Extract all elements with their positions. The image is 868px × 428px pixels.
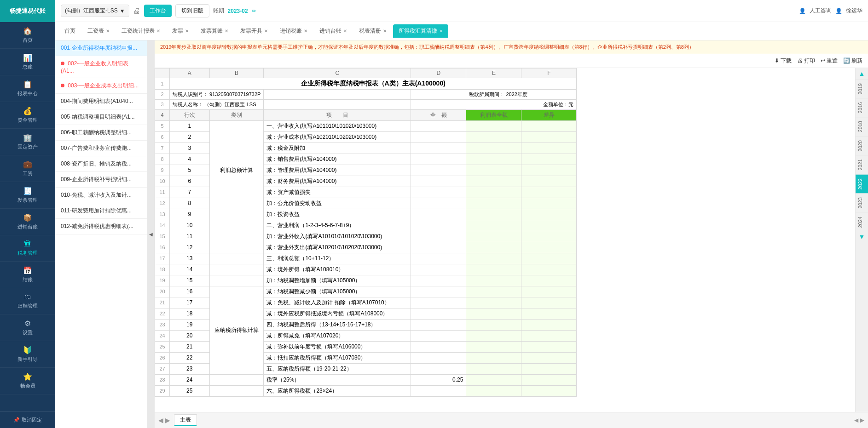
download-button[interactable]: ⬇ 下载 [775,57,792,65]
left-panel-item-009[interactable]: 009-企业所得税补亏损明细... [55,172,147,188]
profit-cell [466,165,521,176]
left-panel-item-002[interactable]: 002-一般企业收入明细表(A1... [55,56,147,78]
row-num: 17 [155,253,170,264]
sidebar-item-salary[interactable]: 💼 工资 [0,155,55,182]
sheet-toolbar: ⬇ 下载 🖨 打印 ↩ 重置 🔄 刷新 [155,54,868,68]
left-panel-item-003[interactable]: 003-一般企业成本支出明细... [55,78,147,94]
diff-cell [521,187,577,198]
sidebar-item-label: 报表中心 [17,90,38,97]
sidebar-item-label: 结账 [23,276,33,283]
tab-purchase-tax[interactable]: 进销税账 ✕ [274,24,313,38]
tab-close-icon[interactable]: ✕ [343,29,347,34]
year-item-2021[interactable]: 2021 [856,155,868,174]
left-panel-item-011[interactable]: 011-研发费用加计扣除优惠... [55,203,147,219]
unit-cell: 金额单位：元 [466,99,577,109]
switch-old-button[interactable]: 切到旧版 [175,4,209,17]
main-content: (勾删）江西服宝-LSS ▼ 🖨 工作台 切到旧版 账期 2023-02 ✏ 👤… [55,0,868,428]
year-item-2024[interactable]: 2024 [856,212,868,231]
sidebar-nav: 🏠 首页 📊 总账 📋 报表中心 💰 资金管理 🏢 固定资产 💼 工资 🧾 发票… [0,22,55,411]
profit-cell [466,131,521,143]
tab-salary[interactable]: 工资表 ✕ [82,24,115,38]
sidebar-item-settings[interactable]: ⚙ 设置 [0,314,55,341]
left-panel-item-007[interactable]: 007-广告费和业务宣传费跑... [55,141,147,156]
tab-tax-clearance[interactable]: 税表清册 ✕ [353,24,392,38]
sidebar-footer-unpin[interactable]: 📌 取消固定 [0,411,55,428]
diff-cell [521,341,577,352]
panel-toggle[interactable]: ◀ [147,40,155,428]
sidebar-item-label: 资金管理 [17,117,38,124]
refresh-button[interactable]: 🔄 刷新 [843,57,862,65]
sidebar-item-ledger[interactable]: 📊 总账 [0,49,55,75]
left-panel-item-006[interactable]: 006-职工薪酬纳税调整明细... [55,125,147,141]
left-panel-item-004[interactable]: 004-期间费用明细表(A1040... [55,94,147,109]
sidebar-item-purchase-sales[interactable]: 📦 进销台账 [0,209,55,235]
scroll-left-icon[interactable]: ◀ [854,417,858,423]
row-num: 4 [155,109,170,120]
amount-cell [411,220,466,231]
sidebar-item-member[interactable]: ⭐ 畅会员 [0,368,55,394]
row-num: 10 [155,176,170,187]
col-header-lirun: 利润表全额 [466,109,521,120]
tab-close-icon[interactable]: ✕ [225,29,228,34]
sidebar-item-assets[interactable]: 🏢 固定资产 [0,129,55,155]
year-item-2023[interactable]: 2023 [856,193,868,212]
tab-close-icon[interactable]: ✕ [439,29,443,34]
company-selector[interactable]: (勾删）江西服宝-LSS ▼ [61,5,129,17]
sheet-tab-main[interactable]: 主表 [174,414,197,426]
year-item-2022[interactable]: 2022 [856,174,868,193]
year-up-arrow[interactable]: ▲ [856,68,868,79]
left-panel-item-008[interactable]: 008-资产折旧、摊销及纳税... [55,156,147,172]
sidebar-item-archive[interactable]: 🗂 归档管理 [0,288,55,314]
tab-salary-stats[interactable]: 工资统计报表 ✕ [116,24,166,38]
spreadsheet-main[interactable]: A B C D E F 1 企业所 [155,68,855,412]
left-panel-item-005[interactable]: 005-纳税调整项目明细表(A1... [55,109,147,125]
tax-period-cell: 税款所属期间： 2022年度 [466,89,577,99]
left-panel-item-001[interactable]: 001-企业所得税年度纳税申报... [55,40,147,56]
row-num: 9 [155,165,170,176]
year-down-arrow[interactable]: ▼ [856,231,868,242]
tab-invoice-calc[interactable]: 发票算账 ✕ [195,24,234,38]
year-item-2018[interactable]: 2018 [856,117,868,136]
year-item-2019[interactable]: 2019 [856,79,868,98]
reset-button[interactable]: ↩ 重置 [821,57,838,65]
diff-cell [521,363,577,374]
sidebar-item-home[interactable]: 🏠 首页 [0,22,55,49]
assets-icon: 🏢 [23,133,32,142]
tab-invoice-open[interactable]: 发票开具 ✕ [235,24,273,38]
sidebar-item-tax[interactable]: 🏛 税务管理 [0,235,55,262]
left-panel-item-012[interactable]: 012-减免所得税优惠明细表(... [55,219,147,234]
sidebar-item-invoice[interactable]: 🧾 发票管理 [0,182,55,209]
tab-invoice[interactable]: 发票 ✕ [167,24,194,38]
scroll-right-icon[interactable]: ▶ [860,417,864,423]
tab-close-icon[interactable]: ✕ [383,29,387,34]
sidebar-item-guide[interactable]: 🔰 新手引导 [0,341,55,368]
print-button[interactable]: 🖨 打印 [797,57,815,65]
tab-close-icon[interactable]: ✕ [264,29,268,34]
workbench-button[interactable]: 工作台 [144,5,172,17]
left-panel-item-010[interactable]: 010-免税、减计收入及加计... [55,188,147,203]
edit-period-icon[interactable]: ✏ [252,8,256,14]
row-index: 16 [170,286,210,297]
sidebar-item-close[interactable]: 📅 结账 [0,262,55,288]
tab-close-icon[interactable]: ✕ [185,29,189,34]
sidebar-item-reports[interactable]: 📋 报表中心 [0,75,55,102]
row-num: 15 [155,231,170,242]
category-cell [209,220,264,231]
tab-close-icon[interactable]: ✕ [156,29,160,34]
tab-close-icon[interactable]: ✕ [106,29,110,34]
ai-query-label[interactable]: 人工咨询 [810,7,832,15]
sidebar-item-funds[interactable]: 💰 资金管理 [0,102,55,129]
amount-cell [411,341,466,352]
right-content: 2019年度步及取以前年度结转数据的申报表单元格需要手工维护正确，才能保证本年及… [155,40,868,428]
tab-income-tax[interactable]: 所得税汇算清缴 ✕ [393,24,448,38]
profit-cell [466,297,521,308]
sidebar-item-label: 新手引导 [17,356,38,363]
sheet-next-icon[interactable]: ▶ [165,417,170,424]
sheet-prev-icon[interactable]: ◀ [158,417,163,424]
year-item-2020[interactable]: 2020 [856,136,868,155]
tab-purchase-ledger[interactable]: 进销台账 ✕ [314,24,353,38]
tab-home[interactable]: 首页 [59,24,81,38]
tab-close-icon[interactable]: ✕ [304,29,307,34]
year-item-2016[interactable]: 2016 [856,98,868,117]
row-index: 9 [170,209,210,220]
